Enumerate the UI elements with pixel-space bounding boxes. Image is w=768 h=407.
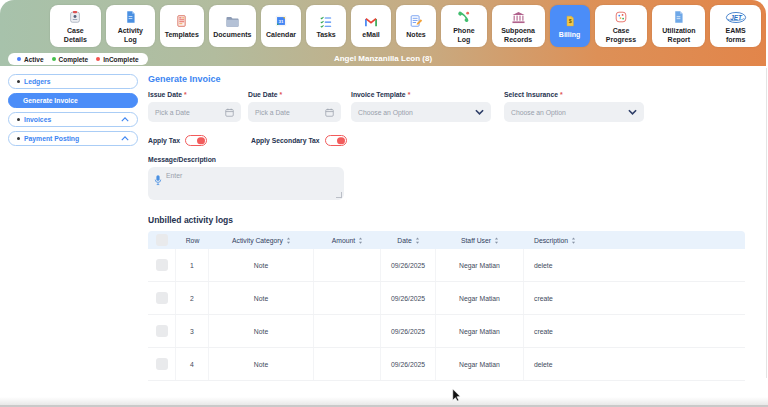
svg-text:$: $ bbox=[568, 18, 571, 24]
table-row: 3 Note 09/26/2025 Negar Matian create bbox=[148, 315, 745, 348]
description-cell: delete bbox=[524, 348, 745, 380]
sort-arrows-icon bbox=[286, 236, 291, 245]
window-bottom-edge bbox=[0, 397, 768, 407]
unbilled-logs-title: Unbilled activity logs bbox=[148, 215, 748, 225]
sort-arrows-icon bbox=[494, 236, 499, 245]
apply-secondary-tax-toggle[interactable] bbox=[325, 135, 347, 146]
column-header-date[interactable]: Date bbox=[381, 231, 436, 249]
calendar-outline-icon bbox=[225, 108, 234, 117]
row-checkbox[interactable] bbox=[156, 358, 168, 370]
sidebar-item-generate-invoice[interactable]: Generate Invoice bbox=[8, 93, 138, 108]
description-cell: create bbox=[524, 315, 745, 347]
tab-activity-log[interactable]: Activity Log bbox=[106, 5, 155, 47]
chevron-up-icon bbox=[121, 117, 129, 122]
tab-tasks[interactable]: Tasks bbox=[306, 5, 346, 47]
due-date-field: Due Date* Pick a Date bbox=[248, 91, 341, 122]
mouse-cursor bbox=[452, 388, 461, 406]
message-description-textarea[interactable]: Enter bbox=[148, 167, 344, 200]
invoice-template-field: Invoice Template* Choose an Option bbox=[351, 91, 491, 122]
column-header-amount[interactable]: Amount bbox=[314, 231, 381, 249]
tab-label: Subpoena Records bbox=[498, 27, 539, 44]
tab-utilization-report[interactable]: Utilization Report bbox=[652, 5, 705, 47]
due-date-input[interactable]: Pick a Date bbox=[248, 102, 341, 122]
tab-subpoena-records[interactable]: Subpoena Records bbox=[492, 5, 545, 47]
tasks-checklist-icon bbox=[319, 13, 333, 29]
report-doc-icon bbox=[672, 9, 685, 25]
tab-templates[interactable]: Templates bbox=[160, 5, 204, 47]
issue-date-input[interactable]: Pick a Date bbox=[148, 102, 241, 122]
microphone-icon[interactable] bbox=[154, 172, 162, 190]
jet-logo-icon: JET bbox=[725, 9, 747, 25]
case-banner-title: Angel Manzanilla Leon (8) bbox=[0, 54, 766, 63]
sidebar-item-payment-posting[interactable]: Payment Posting bbox=[8, 131, 138, 146]
tab-case-details[interactable]: Case Details bbox=[50, 5, 101, 47]
tab-label: Utilization Report bbox=[658, 27, 699, 44]
select-all-checkbox[interactable] bbox=[156, 234, 168, 246]
apply-tax-group: Apply Tax bbox=[148, 135, 207, 146]
tab-label: Billing bbox=[559, 31, 580, 39]
chevron-down-icon bbox=[475, 109, 484, 115]
toggle-knob bbox=[197, 137, 205, 145]
tab-eams-forms[interactable]: JET EAMS forms bbox=[710, 5, 761, 47]
description-cell: delete bbox=[524, 249, 745, 281]
sidebar-item-invoices[interactable]: Invoices bbox=[8, 112, 138, 127]
row-checkbox[interactable] bbox=[156, 259, 168, 271]
tab-label: Templates bbox=[165, 31, 199, 39]
billing-sidebar: Ledgers Generate Invoice Invoices Paymen… bbox=[8, 74, 138, 146]
row-select-cell bbox=[148, 348, 176, 380]
row-checkbox[interactable] bbox=[156, 292, 168, 304]
date-cell: 09/26/2025 bbox=[381, 249, 436, 281]
unbilled-activity-table: Row Activity Category Amount Date Staff … bbox=[148, 231, 745, 381]
tab-label: Case Details bbox=[56, 27, 95, 44]
column-header-description[interactable]: Description bbox=[524, 231, 745, 249]
staff-user-cell: Negar Matian bbox=[436, 348, 524, 380]
bullet-icon bbox=[17, 137, 20, 140]
tab-email[interactable]: eMail bbox=[351, 5, 391, 47]
required-asterisk: * bbox=[560, 91, 563, 98]
module-toolbar: Case Details Activity Log Templates Docu… bbox=[0, 0, 766, 52]
message-description-label: Message/Description bbox=[148, 156, 748, 163]
required-asterisk: * bbox=[184, 91, 187, 98]
column-header-activity-category[interactable]: Activity Category bbox=[209, 231, 314, 249]
select-insurance-select[interactable]: Choose an Option bbox=[504, 102, 644, 122]
activity-category-cell: Note bbox=[209, 348, 314, 380]
svg-text:JET: JET bbox=[730, 13, 743, 20]
row-number-cell: 3 bbox=[176, 315, 209, 347]
resize-handle[interactable] bbox=[336, 192, 342, 198]
tab-billing[interactable]: $ Billing bbox=[550, 5, 590, 47]
activity-category-cell: Note bbox=[209, 249, 314, 281]
phone-icon bbox=[457, 9, 471, 25]
row-checkbox[interactable] bbox=[156, 325, 168, 337]
invoice-template-select[interactable]: Choose an Option bbox=[351, 102, 491, 122]
tab-phone-log[interactable]: Phone Log bbox=[441, 5, 487, 47]
tab-notes[interactable]: Notes bbox=[396, 5, 436, 47]
column-header-staff-user[interactable]: Staff User bbox=[436, 231, 524, 249]
tab-calendar[interactable]: 31 Calendar bbox=[261, 5, 301, 47]
table-row: 2 Note 09/26/2025 Negar Matian create bbox=[148, 282, 745, 315]
tab-label: EAMS forms bbox=[716, 27, 755, 44]
toggle-knob bbox=[337, 137, 345, 145]
tax-toggles-row: Apply Tax Apply Secondary Tax bbox=[148, 135, 748, 146]
select-insurance-field: Select Insurance* Choose an Option bbox=[504, 91, 644, 122]
apply-tax-toggle[interactable] bbox=[185, 135, 207, 146]
tab-label: Calendar bbox=[266, 31, 296, 39]
progress-dots-icon bbox=[614, 9, 628, 25]
table-header-row: Row Activity Category Amount Date Staff … bbox=[148, 231, 745, 249]
tab-documents[interactable]: Documents bbox=[209, 5, 256, 47]
tab-label: Documents bbox=[213, 31, 251, 39]
row-number-cell: 4 bbox=[176, 348, 209, 380]
date-cell: 09/26/2025 bbox=[381, 282, 436, 314]
tab-case-progress[interactable]: Case Progress bbox=[595, 5, 648, 47]
tab-label: Case Progress bbox=[601, 27, 642, 44]
column-header-row[interactable]: Row bbox=[176, 231, 209, 249]
notepad-pencil-icon bbox=[409, 13, 423, 29]
tab-label: Phone Log bbox=[447, 27, 481, 44]
tab-label: Tasks bbox=[316, 31, 335, 39]
sort-arrows-icon bbox=[415, 236, 420, 245]
gmail-icon bbox=[364, 13, 378, 29]
sidebar-item-ledgers[interactable]: Ledgers bbox=[8, 74, 138, 89]
templates-icon bbox=[175, 13, 188, 29]
folder-icon bbox=[225, 13, 240, 29]
status-strip: Active Complete InComplete Angel Manzani… bbox=[0, 52, 766, 66]
bullet-icon bbox=[17, 80, 20, 83]
